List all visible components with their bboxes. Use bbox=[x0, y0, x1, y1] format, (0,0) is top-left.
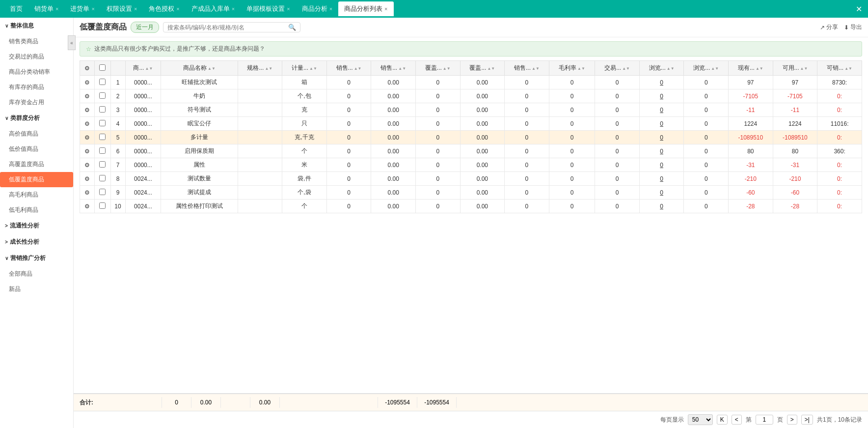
sidebar-item[interactable]: 低覆盖度商品 bbox=[0, 172, 73, 187]
table-wrapper[interactable]: ⚙商...▲▼商品名称▲▼规格...▲▼计量...▲▼销售...▲▼销售...▲… bbox=[80, 60, 862, 393]
sidebar-item[interactable]: 低毛利商品 bbox=[0, 202, 73, 218]
tab-close-icon[interactable]: × bbox=[55, 6, 58, 12]
cell-browseLink[interactable]: 0 bbox=[639, 131, 684, 144]
row-settings[interactable]: ⚙ bbox=[80, 186, 95, 200]
nav-tab[interactable]: 商品分析 × bbox=[296, 1, 338, 16]
column-header-unit[interactable]: 计量...▲▼ bbox=[282, 61, 327, 76]
sidebar-item[interactable]: 销售类商品 bbox=[0, 34, 73, 49]
row-settings[interactable]: ⚙ bbox=[80, 158, 95, 172]
sort-icon[interactable]: ▲▼ bbox=[145, 66, 153, 71]
row-settings[interactable]: ⚙ bbox=[80, 103, 95, 117]
nav-tab[interactable]: 销货单 × bbox=[28, 1, 64, 16]
nav-tab[interactable]: 商品分析列表 × bbox=[338, 1, 393, 16]
export-button[interactable]: ⬇ 导出 bbox=[844, 23, 862, 31]
search-input[interactable] bbox=[167, 24, 288, 31]
row-checkbox[interactable] bbox=[94, 144, 110, 158]
sidebar-section-header[interactable]: >成长性分析 bbox=[0, 234, 73, 250]
column-header-settings[interactable]: ⚙ bbox=[80, 61, 95, 76]
sidebar-item[interactable]: 新品 bbox=[0, 282, 73, 297]
sidebar-collapse-button[interactable]: « bbox=[68, 35, 76, 50]
tab-close-icon[interactable]: × bbox=[384, 6, 387, 12]
sort-icon[interactable]: ▲▼ bbox=[398, 66, 406, 71]
tab-close-icon[interactable]: × bbox=[329, 6, 332, 12]
column-header-browseCount[interactable]: 浏览...▲▼ bbox=[684, 61, 729, 76]
sidebar-item[interactable]: 低价值商品 bbox=[0, 142, 73, 157]
sidebar-item[interactable]: 高毛利商品 bbox=[0, 187, 73, 202]
row-checkbox[interactable] bbox=[94, 172, 110, 186]
cell-browseLink[interactable]: 0 bbox=[639, 186, 684, 200]
column-header-salesAmt[interactable]: 销售...▲▼ bbox=[371, 61, 416, 76]
sort-icon[interactable]: ▲▼ bbox=[487, 66, 495, 71]
column-header-grossRate[interactable]: 毛利率▲▼ bbox=[549, 61, 595, 76]
row-checkbox[interactable] bbox=[94, 131, 110, 144]
tab-close-icon[interactable]: × bbox=[134, 6, 137, 12]
row-checkbox[interactable] bbox=[94, 117, 110, 131]
cell-browseLink[interactable]: 0 bbox=[639, 117, 684, 131]
sort-icon[interactable]: ▲▼ bbox=[532, 66, 540, 71]
settings-icon[interactable]: ⚙ bbox=[84, 65, 90, 72]
page-input[interactable] bbox=[756, 415, 773, 425]
row-checkbox[interactable] bbox=[94, 200, 110, 213]
cell-browseLink[interactable]: 0 bbox=[639, 89, 684, 103]
column-header-checkbox[interactable] bbox=[94, 61, 110, 76]
close-all-button[interactable]: ✕ bbox=[856, 4, 862, 14]
sidebar-item[interactable]: 全部商品 bbox=[0, 266, 73, 282]
cell-browseLink[interactable]: 0 bbox=[639, 200, 684, 213]
next-page-button[interactable]: > bbox=[787, 415, 797, 425]
sidebar-item[interactable]: 有库存的商品 bbox=[0, 80, 73, 95]
row-settings[interactable]: ⚙ bbox=[80, 131, 95, 144]
sidebar-item[interactable]: 商品分类动销率 bbox=[0, 64, 73, 80]
select-all-checkbox[interactable] bbox=[99, 64, 106, 71]
column-header-code[interactable]: 商...▲▼ bbox=[125, 61, 161, 76]
nav-tab[interactable]: 角色授权 × bbox=[143, 1, 185, 16]
cell-browseLink[interactable]: 0 bbox=[639, 172, 684, 186]
column-header-no[interactable] bbox=[110, 61, 125, 76]
first-page-button[interactable]: K bbox=[717, 415, 728, 425]
cell-browseLink[interactable]: 0 bbox=[639, 76, 684, 89]
period-button[interactable]: 近一月 bbox=[131, 22, 159, 33]
sort-icon[interactable]: ▲▼ bbox=[667, 66, 675, 71]
sort-icon[interactable]: ▲▼ bbox=[265, 66, 272, 71]
nav-tab[interactable]: 单据模板设置 × bbox=[241, 1, 296, 16]
nav-tab[interactable]: 产成品入库单 × bbox=[186, 1, 241, 16]
row-settings[interactable]: ⚙ bbox=[80, 200, 95, 213]
row-checkbox[interactable] bbox=[94, 76, 110, 89]
share-button[interactable]: ↗ 分享 bbox=[820, 23, 838, 31]
cell-browseLink[interactable]: 0 bbox=[639, 103, 684, 117]
column-header-coverageAmt[interactable]: 覆盖...▲▼ bbox=[460, 61, 505, 76]
row-checkbox[interactable] bbox=[94, 158, 110, 172]
row-checkbox[interactable] bbox=[94, 103, 110, 117]
sidebar-item[interactable]: 库存资金占用 bbox=[0, 95, 73, 110]
nav-tab[interactable]: 进货单 × bbox=[64, 1, 100, 16]
column-header-browseLink[interactable]: 浏览...▲▼ bbox=[639, 61, 684, 76]
column-header-tradeCount[interactable]: 交易...▲▼ bbox=[595, 61, 640, 76]
tab-close-icon[interactable]: × bbox=[91, 6, 94, 12]
sort-icon[interactable]: ▲▼ bbox=[577, 66, 585, 71]
row-checkbox[interactable] bbox=[94, 186, 110, 200]
sort-icon[interactable]: ▲▼ bbox=[800, 66, 808, 71]
sort-icon[interactable]: ▲▼ bbox=[622, 66, 630, 71]
sidebar-item[interactable]: 交易过的商品 bbox=[0, 49, 73, 64]
column-header-coverageQty[interactable]: 覆盖...▲▼ bbox=[415, 61, 460, 76]
column-header-salesDays[interactable]: 销售...▲▼ bbox=[505, 61, 549, 76]
prev-page-button[interactable]: < bbox=[732, 415, 742, 425]
sort-icon[interactable]: ▲▼ bbox=[844, 66, 852, 71]
column-header-saleableStock[interactable]: 可销...▲▼ bbox=[817, 61, 862, 76]
column-header-currentStock[interactable]: 现有...▲▼ bbox=[729, 61, 773, 76]
sort-icon[interactable]: ▲▼ bbox=[309, 66, 317, 71]
tab-close-icon[interactable]: × bbox=[176, 6, 179, 12]
sidebar-section-header[interactable]: ∨类群度分析 bbox=[0, 110, 73, 126]
tab-close-icon[interactable]: × bbox=[232, 6, 235, 12]
tab-close-icon[interactable]: × bbox=[287, 6, 290, 12]
cell-browseLink[interactable]: 0 bbox=[639, 158, 684, 172]
row-settings[interactable]: ⚙ bbox=[80, 117, 95, 131]
row-settings[interactable]: ⚙ bbox=[80, 89, 95, 103]
sidebar-item[interactable]: 高覆盖度商品 bbox=[0, 157, 73, 172]
row-settings[interactable]: ⚙ bbox=[80, 76, 95, 89]
column-header-salesQty[interactable]: 销售...▲▼ bbox=[326, 61, 371, 76]
sort-icon[interactable]: ▲▼ bbox=[756, 66, 763, 71]
per-page-select[interactable]: 2050100 bbox=[688, 414, 713, 425]
nav-tab[interactable]: 权限设置 × bbox=[101, 1, 143, 16]
row-settings[interactable]: ⚙ bbox=[80, 144, 95, 158]
column-header-availableStock[interactable]: 可用...▲▼ bbox=[773, 61, 817, 76]
